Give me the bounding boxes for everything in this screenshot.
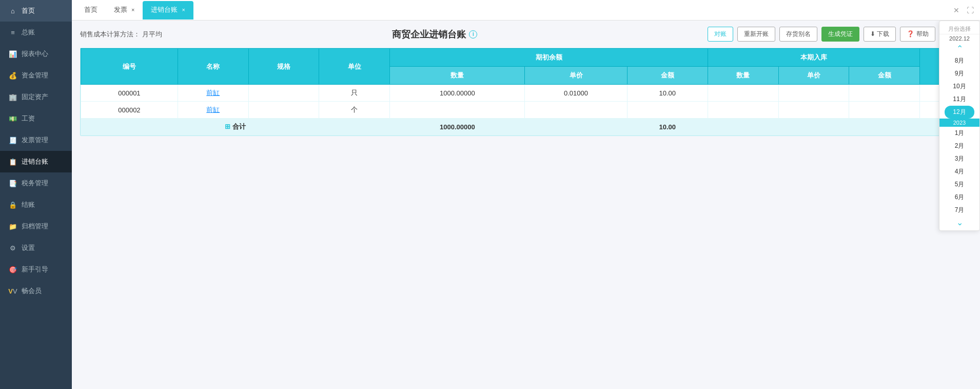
cell-name: 前缸 xyxy=(178,85,248,102)
table-header-row1: 编号 名称 规格 单位 期初余额 本期入库 数 xyxy=(81,49,971,67)
month-1[interactable]: 1月 xyxy=(939,127,979,140)
invoice-icon: 🧾 xyxy=(8,137,17,144)
cost-method: 销售成本计算方法： 月平均 xyxy=(80,30,162,39)
sidebar-label-setting: 设置 xyxy=(22,243,35,252)
col-period-initial: 期初余额 xyxy=(390,49,708,67)
month-2[interactable]: 2月 xyxy=(939,140,979,152)
sidebar-item-tax[interactable]: 📑 税务管理 xyxy=(0,172,72,194)
total-label: ⊞合计 xyxy=(81,119,390,135)
month-7[interactable]: 7月 xyxy=(939,204,979,217)
tab-invoice[interactable]: 发票 × xyxy=(106,1,143,20)
sidebar-label-archive: 归档管理 xyxy=(22,222,48,231)
month-6[interactable]: 6月 xyxy=(939,191,979,204)
total-row: ⊞合计 1000.00000 10.00 xyxy=(81,119,971,135)
asset-icon: 🏢 xyxy=(8,93,17,101)
col-in-price: 单价 xyxy=(778,67,849,85)
col-id: 编号 xyxy=(81,49,178,85)
col-spec: 规格 xyxy=(248,49,319,85)
month-8[interactable]: 8月 xyxy=(939,54,979,67)
month-12[interactable]: 12月 xyxy=(945,106,974,119)
sidebar-item-ledger[interactable]: ≡ 总账 xyxy=(0,22,72,43)
sidebar-item-invoice[interactable]: 🧾 发票管理 xyxy=(0,129,72,151)
sidebar-item-settle[interactable]: 🔒 结账 xyxy=(0,194,72,216)
sidebar-label-home: 首页 xyxy=(22,6,35,15)
sidebar-item-asset[interactable]: 🏢 固定资产 xyxy=(0,86,72,108)
help-icon: ❓ xyxy=(907,30,914,37)
vip-icon: V xyxy=(8,287,17,295)
tab-trade[interactable]: 进销台账 × xyxy=(143,1,193,20)
year-2023-badge: 2023 xyxy=(939,119,979,127)
close-trade-tab[interactable]: × xyxy=(182,7,185,13)
month-scroll-down[interactable]: ⌄ xyxy=(939,217,979,228)
reconcile-button[interactable]: 对账 xyxy=(708,27,733,42)
reopen-button[interactable]: 重新开账 xyxy=(737,27,775,42)
cell-init-price xyxy=(525,102,627,119)
trade-icon: 📋 xyxy=(8,158,17,166)
sidebar-item-report[interactable]: 📊 报表中心 xyxy=(0,43,72,65)
cell-name: 前缸 xyxy=(178,102,248,119)
cost-method-value: 月平均 xyxy=(142,30,162,38)
month-11[interactable]: 11月 xyxy=(939,93,979,106)
cell-in-qty xyxy=(708,102,778,119)
tab-home-label: 首页 xyxy=(84,5,97,14)
sidebar-item-fund[interactable]: 💰 资金管理 xyxy=(0,65,72,86)
guide-icon: 🎯 xyxy=(8,266,17,274)
download-button[interactable]: ⬇ 下载 xyxy=(864,27,896,42)
download-icon: ⬇ xyxy=(870,30,875,37)
month-9[interactable]: 9月 xyxy=(939,67,979,80)
month-scroll-up[interactable]: ⌃ xyxy=(939,43,979,54)
home-icon xyxy=(8,7,17,15)
cell-init-amount: 10.00 xyxy=(627,85,708,102)
window-controls: ✕ ⛶ xyxy=(951,5,976,15)
sidebar-label-guide: 新手引导 xyxy=(22,265,48,274)
page-title-group: 商贸企业进销台账 i xyxy=(392,28,477,41)
cell-in-price xyxy=(778,102,849,119)
cell-init-qty: 1000.00000 xyxy=(390,85,525,102)
col-unit: 单位 xyxy=(319,49,390,85)
sidebar-item-guide[interactable]: 🎯 新手引导 xyxy=(0,259,72,280)
page-toolbar: 销售成本计算方法： 月平均 商贸企业进销台账 i 对账 重新开账 存货别名 生成… xyxy=(80,27,972,42)
fund-icon: 💰 xyxy=(8,72,17,80)
help-button[interactable]: ❓ 帮助 xyxy=(900,27,935,42)
cell-in-amount xyxy=(849,102,920,119)
generate-voucher-button[interactable]: 生成凭证 xyxy=(821,27,859,42)
month-10[interactable]: 10月 xyxy=(939,80,979,93)
total-init-qty: 1000.00000 xyxy=(390,119,525,135)
content-area: 销售成本计算方法： 月平均 商贸企业进销台账 i 对账 重新开账 存货别名 生成… xyxy=(72,21,980,389)
trade-table: 编号 名称 规格 单位 期初余额 本期入库 数 数量 单价 金额 数量 单价 xyxy=(81,48,971,135)
table-row: 000002 前缸 个 xyxy=(81,102,971,119)
sidebar-label-invoice: 发票管理 xyxy=(22,135,48,145)
sidebar-label-report: 报表中心 xyxy=(22,49,48,59)
sidebar-item-vip[interactable]: V 畅会员 xyxy=(0,280,72,302)
minimize-button[interactable]: ✕ xyxy=(951,5,962,15)
close-invoice-tab[interactable]: × xyxy=(131,7,134,13)
sidebar-item-trade[interactable]: 📋 进销台账 xyxy=(0,151,72,172)
col-current-in: 本期入库 xyxy=(708,49,919,67)
maximize-button[interactable]: ⛶ xyxy=(965,5,976,15)
cell-init-amount xyxy=(627,102,708,119)
cell-spec xyxy=(248,102,319,119)
sidebar-item-salary[interactable]: 💵 工资 xyxy=(0,108,72,129)
cell-init-price: 0.01000 xyxy=(525,85,627,102)
month-3[interactable]: 3月 xyxy=(939,152,979,165)
table-row: 000001 前缸 只 1000.00000 0.01000 10.00 xyxy=(81,85,971,102)
sidebar-item-setting[interactable]: ⚙ 设置 xyxy=(0,237,72,259)
sidebar-label-fund: 资金管理 xyxy=(22,71,48,80)
year-2022-label: 2022.12 xyxy=(939,34,979,43)
total-in-qty xyxy=(708,119,778,135)
salary-icon: 💵 xyxy=(8,115,17,123)
cell-id: 000001 xyxy=(81,85,178,102)
title-info-icon[interactable]: i xyxy=(469,30,477,38)
total-in-price xyxy=(778,119,849,135)
sidebar-item-archive[interactable]: 📁 归档管理 xyxy=(0,216,72,237)
archive-icon: 📁 xyxy=(8,223,17,230)
total-icon: ⊞ xyxy=(225,123,230,130)
month-4[interactable]: 4月 xyxy=(939,165,979,178)
sidebar-label-trade: 进销台账 xyxy=(22,157,48,166)
cost-method-label: 销售成本计算方法： xyxy=(80,30,140,38)
save-alias-button[interactable]: 存货别名 xyxy=(779,27,817,42)
tab-home[interactable]: 首页 xyxy=(76,1,106,20)
cell-unit: 个 xyxy=(319,102,390,119)
month-5[interactable]: 5月 xyxy=(939,178,979,191)
sidebar-item-home[interactable]: 首页 xyxy=(0,0,72,22)
